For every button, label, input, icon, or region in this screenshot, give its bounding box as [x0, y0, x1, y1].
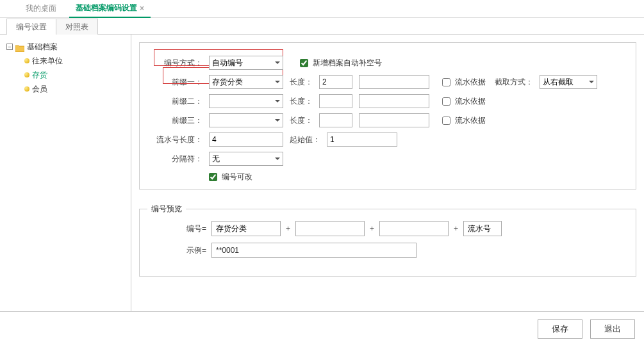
folder-icon — [15, 44, 24, 51]
tree-root[interactable]: − 基础档案 — [6, 40, 124, 54]
checkbox-flow-dep1[interactable]: 流水依据 — [440, 76, 486, 88]
tree-root-label: 基础档案 — [27, 41, 58, 52]
preview-seg2 — [295, 221, 365, 236]
footer: 保存 退出 — [0, 311, 644, 346]
top-tab-current-label: 基础档案编码设置 — [76, 3, 137, 13]
tree-item-label: 往来单位 — [32, 55, 63, 67]
label-mode: 编号方式： — [158, 58, 202, 69]
label-len1: 长度： — [290, 77, 313, 88]
preview-example-text: **0001 — [216, 246, 239, 255]
checkbox-editable-label: 编号可改 — [222, 172, 252, 182]
select-cut-mode[interactable]: 从右截取 — [540, 75, 597, 89]
input-prefix1-length[interactable] — [319, 75, 352, 89]
select-prefix1-type[interactable]: 存货分类 — [209, 75, 283, 89]
checkbox-flow-dep3[interactable]: 流水依据 — [440, 115, 486, 127]
tree-item-label: 存货 — [32, 69, 47, 81]
plus-icon: + — [286, 224, 290, 233]
input-prefix1-value[interactable] — [359, 75, 429, 89]
checkbox-auto-fill-input[interactable] — [300, 59, 308, 67]
tab-comparison-table[interactable]: 对照表 — [56, 19, 98, 35]
checkbox-flow-dep3-label: 流水依据 — [455, 115, 486, 126]
label-prefix1: 前缀一： — [167, 77, 202, 88]
preview-example: **0001 — [211, 243, 417, 258]
label-prefix3: 前缀三： — [167, 115, 202, 126]
tree-item-vendor[interactable]: 往来单位 — [24, 54, 124, 68]
page-tab-bar: 编号设置 对照表 — [0, 18, 644, 35]
input-start-value[interactable] — [327, 133, 397, 147]
input-prefix2-length[interactable] — [319, 94, 352, 108]
label-len2: 长度： — [290, 96, 313, 107]
preview-legend: 编号预览 — [147, 204, 186, 214]
label-len3: 长度： — [290, 115, 313, 126]
select-prefix2-type[interactable] — [209, 94, 283, 108]
checkbox-editable-input[interactable] — [209, 173, 217, 181]
label-example: 示例= — [181, 245, 206, 256]
plus-icon: + — [454, 224, 458, 233]
top-tab-desktop[interactable]: 我的桌面 — [19, 0, 63, 18]
input-prefix3-length[interactable] — [319, 113, 352, 127]
label-cut-mode: 截取方式： — [492, 77, 533, 88]
select-prefix3-type[interactable] — [209, 113, 283, 127]
label-flow-len: 流水号长度： — [149, 134, 202, 145]
select-separator[interactable]: 无 — [209, 152, 283, 166]
top-tab-current[interactable]: 基础档案编码设置 × — [69, 0, 151, 18]
preview-seg4 — [463, 221, 502, 236]
tree-item-label: 会员 — [32, 83, 47, 95]
exit-button[interactable]: 退出 — [590, 319, 635, 339]
bullet-icon — [24, 58, 29, 63]
tree-panel: − 基础档案 往来单位 存货 会员 — [0, 35, 131, 311]
tab-numbering-settings[interactable]: 编号设置 — [6, 19, 56, 35]
label-separator: 分隔符： — [167, 154, 202, 165]
tree-item-inventory[interactable]: 存货 — [24, 68, 124, 82]
main-panel: 编号方式： 自动编号 新增档案自动补空号 前缀一： 存货分类 — [131, 35, 644, 311]
checkbox-flow-dep2-label: 流水依据 — [455, 96, 486, 107]
checkbox-flow-dep1-input[interactable] — [442, 78, 450, 86]
top-tab-desktop-label: 我的桌面 — [26, 3, 56, 14]
tab-label: 编号设置 — [16, 22, 47, 33]
checkbox-auto-fill[interactable]: 新增档案自动补空号 — [297, 57, 382, 69]
collapse-icon[interactable]: − — [6, 44, 13, 50]
save-button[interactable]: 保存 — [538, 319, 582, 339]
form-card: 编号方式： 自动编号 新增档案自动补空号 前缀一： 存货分类 — [139, 42, 636, 190]
label-start-val: 起始值： — [290, 134, 320, 145]
preview-seg1 — [211, 221, 281, 236]
label-prefix2: 前缀二： — [167, 96, 202, 107]
checkbox-editable[interactable]: 编号可改 — [206, 171, 252, 183]
input-flow-length[interactable] — [209, 133, 283, 147]
top-tab-bar: 我的桌面 基础档案编码设置 × — [0, 0, 644, 18]
checkbox-flow-dep1-label: 流水依据 — [455, 77, 486, 88]
checkbox-auto-fill-label: 新增档案自动补空号 — [313, 58, 382, 69]
tree-item-member[interactable]: 会员 — [24, 82, 124, 96]
workspace: − 基础档案 往来单位 存货 会员 — [0, 35, 644, 311]
checkbox-flow-dep2-input[interactable] — [442, 97, 450, 106]
tab-label: 对照表 — [65, 22, 88, 33]
checkbox-flow-dep3-input[interactable] — [442, 117, 450, 125]
bullet-icon — [24, 72, 29, 77]
select-numbering-mode[interactable]: 自动编号 — [209, 56, 283, 70]
input-prefix2-value[interactable] — [359, 94, 429, 108]
close-icon[interactable]: × — [140, 4, 144, 13]
plus-icon: + — [370, 224, 374, 233]
bullet-icon — [24, 86, 29, 92]
label-preview-eq: 编号= — [181, 223, 206, 234]
preview-card: 编号预览 编号= + + + 示例= **0001 — [139, 209, 636, 277]
input-prefix3-value[interactable] — [359, 113, 429, 127]
preview-seg3 — [379, 221, 449, 236]
checkbox-flow-dep2[interactable]: 流水依据 — [440, 95, 486, 108]
